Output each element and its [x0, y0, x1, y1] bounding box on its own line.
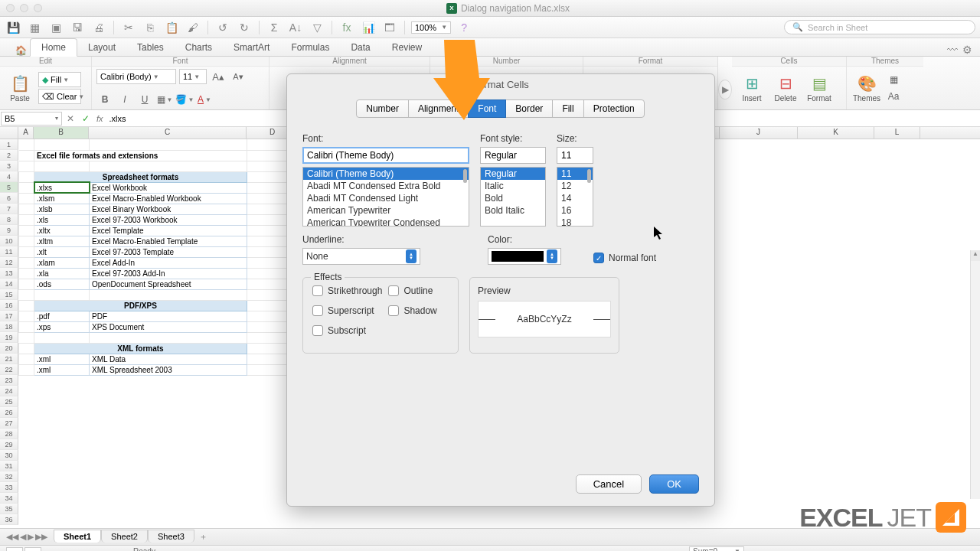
- col-header[interactable]: K: [798, 127, 874, 139]
- strikethrough-checkbox[interactable]: [312, 285, 323, 296]
- font-style-input[interactable]: [480, 147, 546, 164]
- tab-home[interactable]: Home: [30, 38, 77, 57]
- name-box[interactable]: B5▾: [1, 112, 62, 126]
- italic-button[interactable]: I: [116, 92, 133, 107]
- tab-charts[interactable]: Charts: [175, 39, 223, 56]
- fx-label[interactable]: fx: [93, 114, 106, 123]
- col-header[interactable]: C: [89, 127, 247, 139]
- open-icon[interactable]: ▣: [47, 19, 64, 36]
- shrink-font-icon[interactable]: A▾: [230, 69, 247, 84]
- outline-checkbox[interactable]: [388, 285, 399, 296]
- view-buttons[interactable]: [6, 547, 41, 552]
- color-select[interactable]: ▲▼: [488, 248, 561, 265]
- themes-button[interactable]: 🎨Themes: [851, 71, 882, 105]
- active-cell[interactable]: .xlxs: [34, 182, 90, 193]
- normal-font-checkbox[interactable]: ✓: [593, 253, 604, 263]
- new-icon[interactable]: ▦: [26, 19, 43, 36]
- scrollbar-thumb[interactable]: [463, 169, 467, 183]
- search-input[interactable]: 🔍 Search in Sheet: [784, 20, 975, 34]
- sheet-tab[interactable]: Sheet2: [101, 530, 148, 543]
- undo-icon[interactable]: ↺: [214, 19, 231, 36]
- font-listbox[interactable]: Calibri (Theme Body) Abadi MT Condensed …: [302, 167, 469, 227]
- fx-icon[interactable]: fx: [338, 19, 355, 36]
- bold-button[interactable]: B: [96, 92, 113, 107]
- superscript-checkbox[interactable]: [312, 305, 323, 316]
- textbox-icon[interactable]: 🗔: [381, 19, 398, 36]
- print-icon[interactable]: 🖨: [90, 19, 107, 36]
- dialog-tab-fill[interactable]: Fill: [552, 99, 583, 118]
- title-cell[interactable]: Excel file formats and extensions: [34, 150, 247, 161]
- save-icon[interactable]: 💾: [5, 19, 21, 36]
- font-combo[interactable]: Calibri (Body)▼: [96, 69, 176, 84]
- delete-button[interactable]: ⊟Delete: [770, 71, 801, 105]
- zoom-window-icon[interactable]: [34, 4, 42, 12]
- redo-icon[interactable]: ↻: [236, 19, 253, 36]
- insert-button[interactable]: ⊞Insert: [737, 71, 767, 105]
- col-header[interactable]: J: [720, 127, 798, 139]
- clear-button[interactable]: ⌫ Clear▼: [38, 89, 81, 104]
- tab-data[interactable]: Data: [340, 39, 381, 56]
- underline-button[interactable]: U: [136, 92, 153, 107]
- copy-icon[interactable]: ⎘: [142, 19, 158, 36]
- status-sum[interactable]: Sum=0▼: [689, 546, 744, 551]
- col-header[interactable]: L: [874, 127, 920, 139]
- tab-formulas[interactable]: Formulas: [280, 39, 340, 56]
- dialog-tab-border[interactable]: Border: [505, 99, 553, 118]
- fill-button[interactable]: ◆ Fill▼: [38, 72, 81, 87]
- minimize-window-icon[interactable]: [20, 4, 28, 12]
- dialog-tab-font[interactable]: Font: [468, 99, 506, 118]
- add-sheet-button[interactable]: ＋: [194, 531, 212, 543]
- dialog-tab-alignment[interactable]: Alignment: [408, 99, 469, 118]
- style-listbox[interactable]: Regular Italic Bold Bold Italic: [480, 167, 546, 227]
- save-as-icon[interactable]: 🖫: [69, 19, 86, 36]
- paste-button[interactable]: 📋 Paste: [5, 71, 35, 105]
- section-header[interactable]: PDF/XPS: [34, 300, 247, 311]
- filter-icon[interactable]: ▽: [309, 19, 325, 36]
- theme-fonts-button[interactable]: Aa: [885, 89, 902, 104]
- select-all-corner[interactable]: [0, 127, 18, 139]
- cancel-button[interactable]: Cancel: [576, 474, 642, 494]
- shadow-checkbox[interactable]: [388, 305, 399, 316]
- enter-formula-icon[interactable]: ✓: [78, 113, 93, 124]
- dialog-tab-protection[interactable]: Protection: [583, 99, 645, 118]
- sheet-tab[interactable]: Sheet3: [148, 530, 194, 543]
- chart-icon[interactable]: 📊: [360, 19, 377, 36]
- col-header[interactable]: A: [18, 127, 34, 139]
- scrollbar-thumb[interactable]: [587, 169, 591, 183]
- gear-icon[interactable]: ⚙: [962, 44, 972, 56]
- sheet-tab[interactable]: Sheet1: [54, 530, 101, 543]
- format-painter-icon[interactable]: 🖌: [185, 19, 201, 36]
- tab-review[interactable]: Review: [381, 39, 433, 56]
- sort-icon[interactable]: A↓: [287, 19, 304, 36]
- font-size-combo[interactable]: 11▼: [179, 69, 207, 84]
- font-size-input[interactable]: [557, 147, 593, 164]
- section-header[interactable]: Spreadsheet formats: [34, 171, 247, 182]
- collapse-ribbon-icon[interactable]: 〰: [947, 44, 958, 56]
- section-header[interactable]: XML formats: [34, 343, 247, 354]
- cut-icon[interactable]: ✂: [120, 19, 137, 36]
- underline-select[interactable]: None ▲▼: [302, 248, 420, 265]
- cancel-formula-icon[interactable]: ✕: [63, 113, 78, 124]
- subscript-checkbox[interactable]: [312, 325, 323, 336]
- vertical-scrollbar[interactable]: ▲: [970, 250, 980, 499]
- close-window-icon[interactable]: [6, 4, 15, 12]
- borders-button[interactable]: ▦▼: [156, 92, 173, 107]
- sheet-nav[interactable]: ◀◀◀▶▶▶: [0, 532, 54, 542]
- size-listbox[interactable]: 11 12 14 16 18: [557, 167, 593, 227]
- home-icon[interactable]: 🏠: [15, 45, 27, 56]
- autosum-icon[interactable]: Σ: [266, 19, 283, 36]
- tab-layout[interactable]: Layout: [77, 39, 126, 56]
- col-header[interactable]: B: [34, 127, 89, 139]
- grow-font-icon[interactable]: A▴: [210, 69, 227, 84]
- cells[interactable]: Excel file formats and extensions Spread…: [18, 139, 299, 376]
- tab-tables[interactable]: Tables: [126, 39, 175, 56]
- font-color-button[interactable]: A▼: [196, 92, 213, 107]
- ok-button[interactable]: OK: [649, 474, 699, 494]
- theme-colors-icon[interactable]: ▦: [885, 72, 902, 87]
- tab-smartart[interactable]: SmartArt: [223, 39, 280, 56]
- fill-color-button[interactable]: 🪣▼: [176, 92, 193, 107]
- ribbon-nav-right-icon[interactable]: ▶: [718, 80, 732, 99]
- help-icon[interactable]: ?: [456, 19, 472, 36]
- zoom-combo[interactable]: 100% ▼: [411, 21, 451, 34]
- format-button[interactable]: ▤Format: [804, 71, 835, 105]
